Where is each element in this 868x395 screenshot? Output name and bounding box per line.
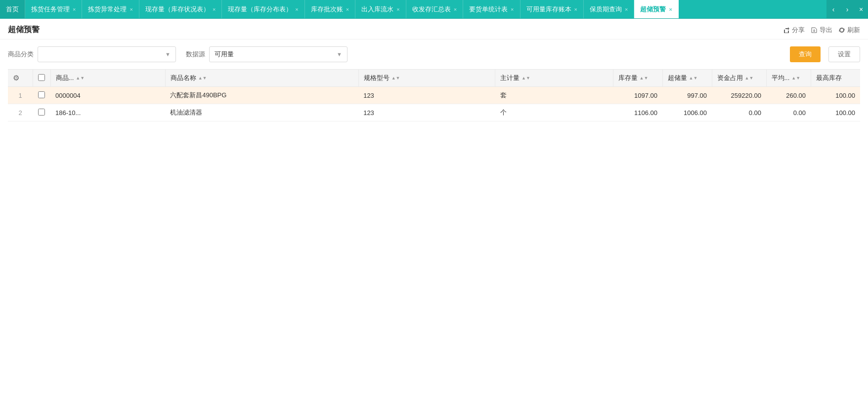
nav-tab-11[interactable]: 超储预警 × (634, 0, 678, 19)
nav-tab-5[interactable]: 库存批次账 × (305, 0, 355, 19)
th-spec: 规格型号 ▲▼ (358, 70, 495, 87)
row-1-select[interactable] (38, 91, 45, 98)
datasource-select[interactable]: 可用量 ▼ (209, 46, 347, 62)
nav-tab-10[interactable]: 保质期查询 × (584, 0, 634, 19)
table-wrapper: ⚙ 商品... ▲▼ 商品名称 ▲▼ (0, 69, 868, 121)
table-body: 1 0000004 六配套新昌490BPG 123 套 1097.00 997.… (8, 87, 860, 121)
share-icon (783, 27, 790, 34)
row-2-avg: 0.00 (766, 104, 811, 121)
row-2-capital: 0.00 (712, 104, 766, 121)
query-button[interactable]: 查询 (790, 46, 821, 62)
refresh-icon (838, 27, 845, 34)
th-name: 商品名称 ▲▼ (165, 70, 358, 87)
nav-tab-3[interactable]: 现存量（库存状况表） × (139, 0, 222, 19)
filter-right-group: 查询 设置 (790, 46, 860, 62)
select-all-checkbox[interactable] (38, 74, 45, 81)
row-1-capital: 259220.00 (712, 87, 766, 104)
nav-tab-home[interactable]: 首页 (0, 0, 25, 19)
nav-arrow-right[interactable]: › (840, 0, 854, 19)
row-2-num: 2 (8, 104, 33, 121)
share-button[interactable]: 分享 (783, 26, 805, 35)
main-table: ⚙ 商品... ▲▼ 商品名称 ▲▼ (8, 69, 860, 121)
close-tab-10[interactable]: × (625, 6, 628, 12)
row-2-stock: 1106.00 (613, 104, 662, 121)
th-over: 超储量 ▲▼ (662, 70, 712, 87)
refresh-button[interactable]: 刷新 (838, 26, 860, 35)
nav-arrows: ‹ › × (826, 0, 868, 19)
th-checkbox (33, 70, 50, 87)
nav-tab-9[interactable]: 可用量库存账本 × (521, 0, 584, 19)
th-capital: 资金占用 ▲▼ (712, 70, 766, 87)
row-1-checkbox (33, 87, 50, 104)
row-1-name: 六配套新昌490BPG (165, 87, 358, 104)
close-tab-3[interactable]: × (213, 6, 216, 12)
row-2-unit: 个 (495, 104, 613, 121)
close-tab-2[interactable]: × (130, 6, 132, 12)
row-2-select[interactable] (38, 109, 45, 116)
category-select[interactable]: ▼ (38, 46, 176, 62)
row-1-unit: 套 (495, 87, 613, 104)
row-1-num: 1 (8, 87, 33, 104)
sort-icon-unit[interactable]: ▲▼ (521, 76, 530, 80)
row-1-maxstock: 100.00 (811, 87, 860, 104)
row-2-spec: 123 (358, 104, 495, 121)
nav-tab-6[interactable]: 出入库流水 × (355, 0, 406, 19)
nav-tab-4[interactable]: 现存量（库存分布表） × (222, 0, 304, 19)
settings-button[interactable]: 设置 (828, 46, 860, 62)
gear-button[interactable]: ⚙ (13, 74, 19, 82)
header-actions: 分享 导出 刷新 (783, 26, 860, 35)
row-1-avg: 260.00 (766, 87, 811, 104)
sort-icon-name[interactable]: ▲▼ (198, 76, 207, 80)
page-header: 超储预警 分享 导出 刷新 (0, 19, 868, 40)
filter-area: 商品分类 ▼ 数据源 可用量 ▼ 查询 设置 (0, 40, 868, 69)
close-tab-4[interactable]: × (295, 6, 298, 12)
th-maxstock: 最高库存 (811, 70, 860, 87)
row-2-maxstock: 100.00 (811, 104, 860, 121)
th-unit: 主计量 ▲▼ (495, 70, 613, 87)
close-tab-11[interactable]: × (669, 6, 672, 12)
nav-tab-8[interactable]: 要货单统计表 × (463, 0, 520, 19)
top-nav: 首页 拣货任务管理 × 拣货异常处理 × 现存量（库存状况表） × 现存量（库存… (0, 0, 868, 19)
chevron-down-icon: ▼ (165, 51, 171, 57)
row-2-code: 186-10... (50, 104, 165, 121)
th-code: 商品... ▲▼ (50, 70, 165, 87)
nav-tab-1[interactable]: 拣货任务管理 × (25, 0, 82, 19)
nav-arrow-left[interactable]: ‹ (826, 0, 840, 19)
nav-arrow-close[interactable]: × (854, 0, 868, 19)
export-button[interactable]: 导出 (811, 26, 832, 35)
sort-icon-code[interactable]: ▲▼ (76, 76, 85, 80)
row-1-stock: 1097.00 (613, 87, 662, 104)
nav-tab-2[interactable]: 拣货异常处理 × (82, 0, 139, 19)
export-icon (811, 27, 818, 34)
close-tab-6[interactable]: × (396, 6, 399, 12)
filter-datasource: 数据源 可用量 ▼ (186, 46, 347, 62)
row-1-over: 997.00 (662, 87, 712, 104)
th-gear: ⚙ (8, 70, 33, 87)
close-tab-1[interactable]: × (73, 6, 76, 12)
sort-icon-stock[interactable]: ▲▼ (640, 76, 649, 80)
close-tab-8[interactable]: × (511, 6, 514, 12)
th-stock: 库存量 ▲▼ (613, 70, 662, 87)
row-2-name: 机油滤清器 (165, 104, 358, 121)
th-avg: 平均... ▲▼ (766, 70, 811, 87)
row-1-code: 0000004 (50, 87, 165, 104)
datasource-chevron-icon: ▼ (337, 51, 342, 57)
datasource-value: 可用量 (215, 50, 234, 59)
close-tab-5[interactable]: × (346, 6, 349, 12)
close-tab-9[interactable]: × (574, 6, 577, 12)
table-header-row: ⚙ 商品... ▲▼ 商品名称 ▲▼ (8, 70, 860, 87)
row-1-spec: 123 (358, 87, 495, 104)
filter-category: 商品分类 ▼ (8, 46, 176, 62)
sort-icon-capital[interactable]: ▲▼ (745, 76, 754, 80)
row-2-over: 1006.00 (662, 104, 712, 121)
nav-tab-7[interactable]: 收发存汇总表 × (406, 0, 463, 19)
table-row: 2 186-10... 机油滤清器 123 个 1106.00 1006.00 … (8, 104, 860, 121)
table-row: 1 0000004 六配套新昌490BPG 123 套 1097.00 997.… (8, 87, 860, 104)
row-2-checkbox (33, 104, 50, 121)
sort-icon-spec[interactable]: ▲▼ (391, 76, 400, 80)
page-title: 超储预警 (8, 25, 40, 35)
close-tab-7[interactable]: × (454, 6, 457, 12)
sort-icon-over[interactable]: ▲▼ (689, 76, 698, 80)
category-label: 商品分类 (8, 50, 34, 59)
sort-icon-avg[interactable]: ▲▼ (791, 76, 800, 80)
